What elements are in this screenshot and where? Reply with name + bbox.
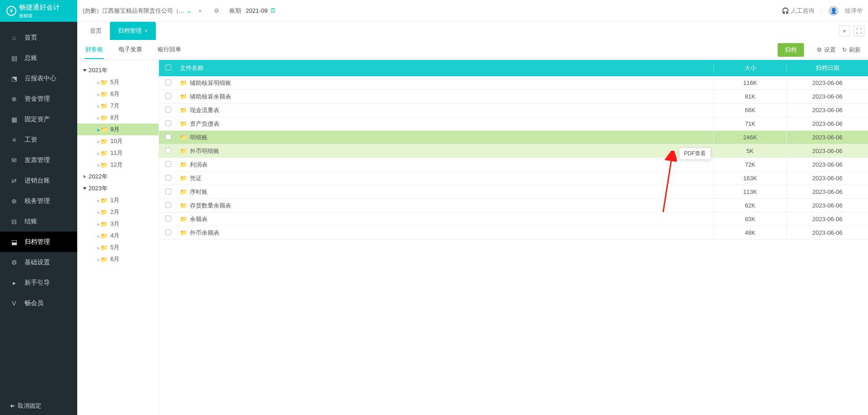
vip-icon: V	[10, 300, 18, 307]
table-row[interactable]: 📁利润表72K2023-06-06	[159, 158, 868, 172]
tree-year-2021[interactable]: 2021年	[77, 64, 159, 76]
user-avatar[interactable]: 👤	[828, 6, 838, 16]
tree-year-2023[interactable]: 2023年	[77, 183, 159, 194]
nav-item-7[interactable]: ⇄进销台账	[0, 170, 77, 191]
folder-icon: ▸📁	[97, 221, 108, 227]
subtab-finance[interactable]: 财务账	[84, 41, 104, 59]
invoice-icon: ✉	[10, 157, 18, 164]
tree-month-label: 3月	[110, 220, 119, 228]
table-row[interactable]: 📁资产负债表71K2023-06-06	[159, 117, 868, 131]
tree-month-2021-11月[interactable]: ▸📁11月	[77, 147, 159, 159]
tab-close-icon[interactable]: ×	[144, 28, 148, 34]
tree-month-2021-10月[interactable]: ▸📁10月	[77, 135, 159, 147]
row-checkbox[interactable]	[159, 161, 177, 168]
tree-month-2021-5月[interactable]: ▸📁5月	[77, 76, 159, 88]
file-date: 2023-06-06	[786, 199, 868, 212]
nav-item-10[interactable]: ⬓归档管理	[0, 232, 77, 252]
file-name: 存货数量余额表	[190, 202, 231, 210]
row-checkbox[interactable]	[159, 188, 177, 196]
nav-item-13[interactable]: V畅会员	[0, 293, 77, 313]
header-size: 大小	[714, 64, 786, 72]
row-checkbox[interactable]	[159, 107, 177, 114]
file-size: 116K	[714, 76, 786, 89]
logo: ¥ 畅捷通好会计 旗舰版	[0, 0, 77, 22]
close-icon: ⊟	[10, 218, 18, 225]
tree-month-2023-2月[interactable]: ▸📁2月	[77, 206, 159, 218]
unpin-sidebar[interactable]: ➜ 取消固定	[0, 397, 77, 415]
archive-button[interactable]: 归档	[778, 43, 804, 57]
table-row[interactable]: 📁现金流量表66K2023-06-06	[159, 104, 868, 117]
tree-month-2021-7月[interactable]: ▸📁7月	[77, 100, 159, 112]
nav-item-9[interactable]: ⊟结账	[0, 211, 77, 232]
period-value: 2021-09	[246, 7, 268, 14]
sub-tabs-row: 财务账 电子发票 银行回单 归档 ⚙ 设置 ↻ 刷新	[77, 40, 868, 60]
calendar-icon[interactable]: 🗓	[270, 7, 276, 14]
tree-month-2023-6月[interactable]: ▸📁6月	[77, 253, 159, 265]
table-row[interactable]: 📁外币明细账⬇⎙🔍5K2023-06-06	[159, 144, 868, 158]
subtab-einvoice[interactable]: 电子发票	[118, 41, 143, 59]
row-checkbox[interactable]	[159, 148, 177, 155]
salary-icon: ≡	[10, 136, 18, 143]
row-checkbox[interactable]	[159, 134, 177, 141]
subtab-bank[interactable]: 银行回单	[157, 41, 182, 59]
table-row[interactable]: 📁辅助核算余额表81K2023-06-06	[159, 90, 868, 104]
row-checkbox[interactable]	[159, 93, 177, 100]
settings-link[interactable]: ⚙ 设置	[817, 46, 836, 54]
fullscreen-button[interactable]: ⛶	[853, 25, 864, 36]
add-company-button[interactable]: ＋	[197, 7, 203, 15]
nav-item-5[interactable]: ≡工资	[0, 129, 77, 150]
refresh-link[interactable]: ↻ 刷新	[842, 46, 861, 54]
nav-item-8[interactable]: ⊛税务管理	[0, 191, 77, 211]
tree-month-label: 8月	[110, 114, 119, 122]
table-row[interactable]: 📁凭证163K2023-06-06	[159, 172, 868, 185]
tree-month-2021-12月[interactable]: ▸📁12月	[77, 159, 159, 171]
nav-item-6[interactable]: ✉发票管理	[0, 150, 77, 170]
support-label: 人工咨询	[791, 7, 814, 15]
select-all-checkbox[interactable]	[159, 64, 177, 72]
file-date: 2023-06-06	[786, 212, 868, 226]
nav-item-12[interactable]: ▸新手引导	[0, 272, 77, 293]
folder-icon: ▸📁	[97, 197, 108, 204]
sidebar: ¥ 畅捷通好会计 旗舰版 ⌂首页▤总账⬔云报表中心⊕资金管理▦固定资产≡工资✉发…	[0, 0, 77, 415]
nav-item-4[interactable]: ▦固定资产	[0, 109, 77, 129]
tree-month-2021-6月[interactable]: ▸📁6月	[77, 88, 159, 100]
nav-item-1[interactable]: ▤总账	[0, 48, 77, 68]
headset-icon: 🎧	[782, 7, 789, 14]
table-row[interactable]: 📁外币余额表48K2023-06-06	[159, 226, 868, 240]
row-checkbox[interactable]	[159, 216, 177, 223]
folder-icon: ▸📁	[97, 162, 108, 168]
row-checkbox[interactable]	[159, 229, 177, 237]
support-button[interactable]: 🎧 人工咨询	[782, 7, 814, 15]
tab-archive[interactable]: 归档管理 ×	[110, 22, 156, 40]
nav-item-3[interactable]: ⊕资金管理	[0, 89, 77, 109]
tree-month-2021-8月[interactable]: ▸📁8月	[77, 112, 159, 124]
tree-month-2023-1月[interactable]: ▸📁1月	[77, 194, 159, 206]
cash-icon: ⊕	[10, 95, 18, 103]
row-checkbox[interactable]	[159, 202, 177, 209]
table-row[interactable]: 📁明细账246K2023-06-06	[159, 131, 868, 144]
row-checkbox[interactable]	[159, 175, 177, 182]
row-checkbox[interactable]	[159, 79, 177, 87]
company-settings-button[interactable]: ⚙	[214, 7, 219, 14]
row-checkbox[interactable]	[159, 120, 177, 128]
tree-month-2021-9月[interactable]: ▸📁9月	[77, 124, 159, 135]
tree-month-2023-4月[interactable]: ▸📁4月	[77, 230, 159, 242]
close-all-tabs-button[interactable]: ×	[839, 25, 850, 36]
tree-month-2023-3月[interactable]: ▸📁3月	[77, 218, 159, 230]
tree-month-2023-5月[interactable]: ▸📁5月	[77, 242, 159, 253]
tree-month-label: 12月	[110, 161, 123, 169]
user-name: 徐泽华	[845, 7, 863, 15]
company-selector[interactable]: (勿删）江西服宝精品有限责任公司（... ⌄	[83, 7, 192, 15]
table-row[interactable]: 📁存货数量余额表62K2023-06-06	[159, 199, 868, 212]
table-row[interactable]: 📁余额表83K2023-06-06	[159, 212, 868, 226]
nav-item-2[interactable]: ⬔云报表中心	[0, 68, 77, 89]
tab-home[interactable]: 首页	[82, 22, 110, 40]
tree-year-2022[interactable]: 2022年	[77, 171, 159, 183]
table-row[interactable]: 📁辅助核算明细账116K2023-06-06	[159, 76, 868, 90]
file-name: 辅助核算余额表	[190, 93, 231, 101]
nav-item-11[interactable]: ⚙基础设置	[0, 252, 77, 272]
year-tree: 2021年▸📁5月▸📁6月▸📁7月▸📁8月▸📁9月▸📁10月▸📁11月▸📁12月…	[77, 60, 159, 415]
nav-item-0[interactable]: ⌂首页	[0, 27, 77, 48]
table-row[interactable]: 📁序时账113K2023-06-06	[159, 185, 868, 199]
table-header: 文件名称 大小 归档日期	[159, 60, 868, 76]
